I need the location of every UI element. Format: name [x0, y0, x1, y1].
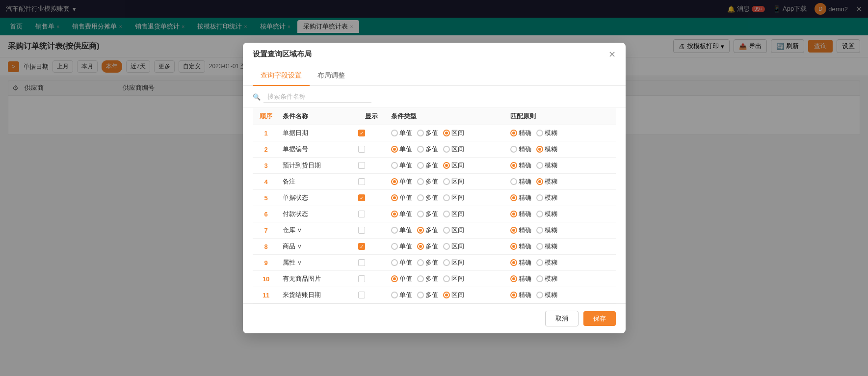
- checkbox-0[interactable]: ✓: [358, 130, 365, 136]
- checkbox-3[interactable]: [358, 178, 365, 185]
- type-radio-2-2[interactable]: 区间: [443, 161, 464, 170]
- checkbox-9[interactable]: [358, 275, 365, 282]
- rule-radio-5-1[interactable]: 模糊: [536, 210, 557, 218]
- type-radio-5-0[interactable]: 单值: [391, 210, 412, 218]
- checkbox-4[interactable]: ✓: [358, 194, 365, 201]
- rule-radio-5-0[interactable]: 精确: [510, 210, 531, 218]
- type-radio-4-2[interactable]: 区间: [443, 193, 464, 202]
- checkbox-5[interactable]: [358, 211, 365, 217]
- checkbox-1[interactable]: [358, 146, 365, 153]
- type-radio-7-1[interactable]: 多值: [417, 242, 438, 251]
- row-rule-9: 精确模糊: [507, 271, 616, 287]
- radio-circle-0-1: [417, 130, 424, 136]
- rule-radio-0-1[interactable]: 模糊: [536, 129, 557, 137]
- checkbox-10[interactable]: [358, 292, 365, 298]
- type-radio-6-1[interactable]: 多值: [417, 226, 438, 235]
- rule-circle-1-0: [510, 146, 517, 153]
- checkbox-2[interactable]: [358, 162, 365, 169]
- rule-circle-2-0: [510, 162, 517, 169]
- cancel-button[interactable]: 取消: [545, 311, 579, 326]
- rule-radio-10-1[interactable]: 模糊: [536, 291, 557, 299]
- type-radio-8-2[interactable]: 区间: [443, 258, 464, 267]
- rule-radio-4-0[interactable]: 精确: [510, 193, 531, 202]
- type-radio-7-2[interactable]: 区间: [443, 242, 464, 251]
- type-radio-4-1[interactable]: 多值: [417, 193, 438, 202]
- rule-radio-10-0[interactable]: 精确: [510, 291, 531, 299]
- radio-circle-2-2: [443, 162, 450, 169]
- dialog-tab-query-fields[interactable]: 查询字段设置: [253, 66, 310, 86]
- row-show-3[interactable]: [355, 174, 388, 190]
- radio-circle-0-0: [391, 130, 398, 136]
- type-radio-3-0[interactable]: 单值: [391, 177, 412, 186]
- radio-circle-9-2: [443, 275, 450, 282]
- rule-radio-3-1[interactable]: 模糊: [536, 177, 557, 186]
- rule-radio-8-0[interactable]: 精确: [510, 258, 531, 267]
- row-order-7: 8: [253, 239, 280, 255]
- type-radio-3-2[interactable]: 区间: [443, 177, 464, 186]
- type-radio-10-1[interactable]: 多值: [417, 291, 438, 299]
- row-show-1[interactable]: [355, 141, 388, 158]
- checkbox-7[interactable]: ✓: [358, 243, 365, 250]
- type-radio-6-2[interactable]: 区间: [443, 226, 464, 235]
- type-radio-8-1[interactable]: 多值: [417, 258, 438, 267]
- type-radio-4-0[interactable]: 单值: [391, 193, 412, 202]
- rule-radio-9-1[interactable]: 模糊: [536, 274, 557, 283]
- rule-radio-2-1[interactable]: 模糊: [536, 161, 557, 170]
- type-radio-6-0[interactable]: 单值: [391, 226, 412, 235]
- type-radio-5-1[interactable]: 多值: [417, 210, 438, 218]
- radio-circle-0-2: [443, 130, 450, 136]
- type-radio-0-2[interactable]: 区间: [443, 129, 464, 137]
- type-radio-9-1[interactable]: 多值: [417, 274, 438, 283]
- rule-radio-8-1[interactable]: 模糊: [536, 258, 557, 267]
- type-radio-2-0[interactable]: 单值: [391, 161, 412, 170]
- row-show-9[interactable]: [355, 271, 388, 287]
- rule-radio-7-1[interactable]: 模糊: [536, 242, 557, 251]
- rule-radio-0-0[interactable]: 精确: [510, 129, 531, 137]
- rule-radio-7-0[interactable]: 精确: [510, 242, 531, 251]
- rule-radio-6-0[interactable]: 精确: [510, 226, 531, 235]
- type-radio-0-0[interactable]: 单值: [391, 129, 412, 137]
- type-radio-3-1[interactable]: 多值: [417, 177, 438, 186]
- type-radio-1-2[interactable]: 区间: [443, 145, 464, 154]
- rule-radio-2-0[interactable]: 精确: [510, 161, 531, 170]
- row-show-8[interactable]: [355, 255, 388, 271]
- table-row: 8商品 ∨✓单值多值区间精确模糊: [253, 239, 616, 255]
- type-radio-1-0[interactable]: 单值: [391, 145, 412, 154]
- radio-circle-8-1: [417, 259, 424, 266]
- type-radio-2-1[interactable]: 多值: [417, 161, 438, 170]
- dialog-close-button[interactable]: ✕: [608, 50, 616, 59]
- rule-radio-4-1[interactable]: 模糊: [536, 193, 557, 202]
- type-radio-8-0[interactable]: 单值: [391, 258, 412, 267]
- row-show-4[interactable]: ✓: [355, 190, 388, 206]
- type-radio-9-0[interactable]: 单值: [391, 274, 412, 283]
- row-show-7[interactable]: ✓: [355, 239, 388, 255]
- rule-radio-1-0[interactable]: 精确: [510, 145, 531, 154]
- checkbox-8[interactable]: [358, 259, 365, 266]
- row-order-1: 2: [253, 141, 280, 158]
- row-show-10[interactable]: [355, 287, 388, 303]
- row-name-1: 单据编号: [280, 141, 356, 158]
- type-radio-10-2[interactable]: 区间: [443, 291, 464, 299]
- rule-radio-9-0[interactable]: 精确: [510, 274, 531, 283]
- rule-radio-6-1[interactable]: 模糊: [536, 226, 557, 235]
- dialog-tab-layout[interactable]: 布局调整: [310, 66, 353, 86]
- type-radio-5-2[interactable]: 区间: [443, 210, 464, 218]
- row-show-2[interactable]: [355, 158, 388, 174]
- type-radio-7-0[interactable]: 单值: [391, 242, 412, 251]
- row-show-6[interactable]: [355, 222, 388, 239]
- rule-circle-3-1: [536, 178, 543, 185]
- table-row: 5单据状态✓单值多值区间精确模糊: [253, 190, 616, 206]
- checkbox-6[interactable]: [358, 227, 365, 234]
- type-radio-9-2[interactable]: 区间: [443, 274, 464, 283]
- type-radio-1-1[interactable]: 多值: [417, 145, 438, 154]
- row-show-0[interactable]: ✓: [355, 125, 388, 141]
- type-radio-0-1[interactable]: 多值: [417, 129, 438, 137]
- search-icon: 🔍: [253, 93, 261, 101]
- row-show-5[interactable]: [355, 206, 388, 222]
- search-input[interactable]: [263, 91, 371, 103]
- rule-radio-3-0[interactable]: 精确: [510, 177, 531, 186]
- save-button[interactable]: 保存: [583, 311, 616, 326]
- radio-circle-10-1: [417, 292, 424, 298]
- rule-radio-1-1[interactable]: 模糊: [536, 145, 557, 154]
- type-radio-10-0[interactable]: 单值: [391, 291, 412, 299]
